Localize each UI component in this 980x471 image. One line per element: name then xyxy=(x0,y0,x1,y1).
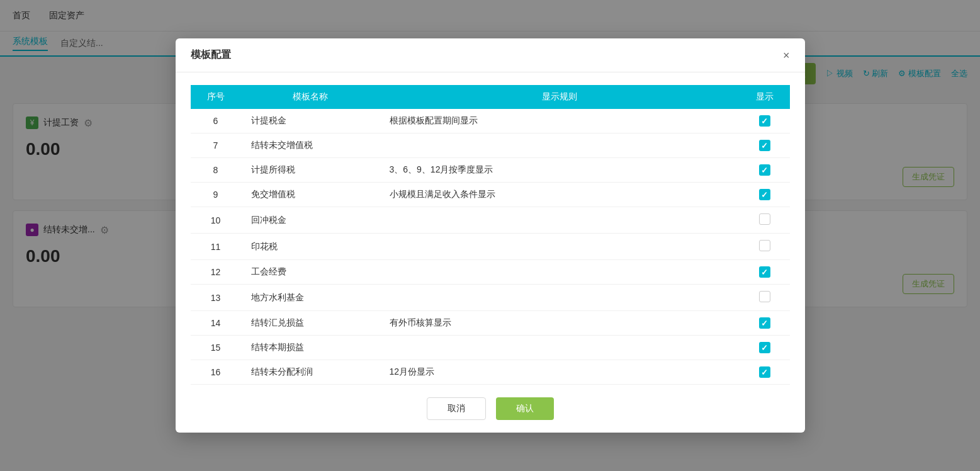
row-checkbox-cell xyxy=(740,207,790,234)
row-id: 16 xyxy=(191,360,241,385)
row-rule: 12月份显示 xyxy=(380,360,740,385)
row-name: 结转本期损益 xyxy=(241,336,380,360)
row-name: 结转未分配利润 xyxy=(241,360,380,385)
row-id: 14 xyxy=(191,311,241,336)
row-name: 免交增值税 xyxy=(241,183,380,207)
row-checkbox[interactable] xyxy=(759,189,770,200)
table-row: 8计提所得税3、6、9、12月按季度显示 xyxy=(191,158,790,183)
row-rule xyxy=(380,234,740,260)
row-checkbox[interactable] xyxy=(759,213,770,225)
row-checkbox[interactable] xyxy=(759,366,770,378)
modal-title: 模板配置 xyxy=(191,48,231,62)
row-rule xyxy=(380,133,740,158)
row-rule xyxy=(380,336,740,360)
row-rule xyxy=(380,260,740,285)
row-checkbox-cell xyxy=(740,109,790,133)
row-name: 地方水利基金 xyxy=(241,285,380,311)
table-row: 13地方水利基金 xyxy=(191,285,790,311)
row-name: 结转未交增值税 xyxy=(241,133,380,158)
row-checkbox[interactable] xyxy=(759,240,770,251)
row-id: 11 xyxy=(191,234,241,260)
row-checkbox[interactable] xyxy=(759,164,770,176)
row-id: 8 xyxy=(191,158,241,183)
table-row: 7结转未交增值税 xyxy=(191,133,790,158)
row-checkbox[interactable] xyxy=(759,115,770,127)
row-id: 15 xyxy=(191,336,241,360)
table-row: 12工会经费 xyxy=(191,260,790,285)
row-id: 7 xyxy=(191,133,241,158)
modal-close-button[interactable]: × xyxy=(783,50,790,61)
modal-footer: 取消 确认 xyxy=(176,385,805,420)
row-checkbox-cell xyxy=(740,260,790,285)
row-checkbox-cell xyxy=(740,183,790,207)
cancel-button[interactable]: 取消 xyxy=(427,397,486,420)
table-row: 11印花税 xyxy=(191,234,790,260)
row-name: 计提所得税 xyxy=(241,158,380,183)
row-checkbox[interactable] xyxy=(759,140,770,151)
col-header-show: 显示 xyxy=(740,85,790,109)
template-config-modal: 模板配置 × 序号 模板名称 显示规则 显示 6计提税金根据模板配置期间显示7结… xyxy=(176,38,805,433)
row-checkbox[interactable] xyxy=(759,317,770,329)
table-row: 16结转未分配利润12月份显示 xyxy=(191,360,790,385)
row-id: 13 xyxy=(191,285,241,311)
col-header-name: 模板名称 xyxy=(241,85,380,109)
row-id: 12 xyxy=(191,260,241,285)
modal-body: 序号 模板名称 显示规则 显示 6计提税金根据模板配置期间显示7结转未交增值税8… xyxy=(176,72,805,385)
col-header-rule: 显示规则 xyxy=(380,85,740,109)
row-checkbox-cell xyxy=(740,311,790,336)
config-table-container: 序号 模板名称 显示规则 显示 6计提税金根据模板配置期间显示7结转未交增值税8… xyxy=(191,85,790,385)
row-checkbox-cell xyxy=(740,360,790,385)
row-checkbox[interactable] xyxy=(759,291,770,302)
row-id: 9 xyxy=(191,183,241,207)
row-rule xyxy=(380,285,740,311)
table-row: 14结转汇兑损益有外币核算显示 xyxy=(191,311,790,336)
table-header: 序号 模板名称 显示规则 显示 xyxy=(191,85,790,109)
row-checkbox[interactable] xyxy=(759,266,770,278)
row-rule: 根据模板配置期间显示 xyxy=(380,109,740,133)
row-rule: 3、6、9、12月按季度显示 xyxy=(380,158,740,183)
config-table: 序号 模板名称 显示规则 显示 6计提税金根据模板配置期间显示7结转未交增值税8… xyxy=(191,85,790,385)
row-rule: 有外币核算显示 xyxy=(380,311,740,336)
row-checkbox-cell xyxy=(740,234,790,260)
row-checkbox-cell xyxy=(740,336,790,360)
table-body: 6计提税金根据模板配置期间显示7结转未交增值税8计提所得税3、6、9、12月按季… xyxy=(191,109,790,385)
row-name: 回冲税金 xyxy=(241,207,380,234)
row-checkbox-cell xyxy=(740,158,790,183)
row-id: 10 xyxy=(191,207,241,234)
row-name: 计提税金 xyxy=(241,109,380,133)
table-row: 15结转本期损益 xyxy=(191,336,790,360)
modal-header: 模板配置 × xyxy=(176,38,805,72)
row-name: 工会经费 xyxy=(241,260,380,285)
row-rule xyxy=(380,207,740,234)
confirm-button[interactable]: 确认 xyxy=(496,397,554,420)
table-row: 6计提税金根据模板配置期间显示 xyxy=(191,109,790,133)
table-row: 9免交增值税小规模且满足收入条件显示 xyxy=(191,183,790,207)
row-checkbox[interactable] xyxy=(759,342,770,353)
row-id: 6 xyxy=(191,109,241,133)
col-header-id: 序号 xyxy=(191,85,241,109)
row-checkbox-cell xyxy=(740,133,790,158)
table-row: 10回冲税金 xyxy=(191,207,790,234)
row-name: 印花税 xyxy=(241,234,380,260)
row-rule: 小规模且满足收入条件显示 xyxy=(380,183,740,207)
row-name: 结转汇兑损益 xyxy=(241,311,380,336)
row-checkbox-cell xyxy=(740,285,790,311)
